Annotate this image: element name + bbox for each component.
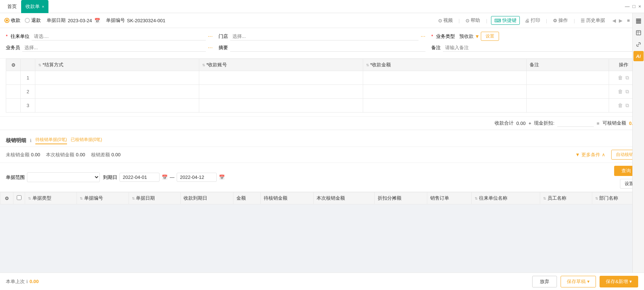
verification-info-icon[interactable]: ℹ: [30, 138, 32, 143]
sort-docdate[interactable]: ⇅: [132, 196, 135, 200]
save-draft-arrow[interactable]: ▾: [587, 279, 590, 284]
nav-receipt[interactable]: 收款单 ×: [21, 0, 48, 13]
row2-amount[interactable]: [363, 85, 527, 99]
sort-employee[interactable]: ⇅: [543, 196, 546, 200]
account-header: *收款账号: [206, 62, 227, 67]
action-help[interactable]: ⊙ 帮助: [463, 16, 482, 24]
calc-total-value: 0.00: [517, 121, 526, 126]
action-history[interactable]: ☰ 历史单据: [578, 16, 607, 24]
done-tab[interactable]: 已核销单据(0笔): [71, 137, 102, 144]
radio-receipt[interactable]: 收款: [4, 17, 20, 24]
summary-label: 摘要: [219, 44, 228, 51]
range-label: 单据范围: [6, 174, 25, 181]
sort-icon3[interactable]: ⇅: [366, 63, 369, 67]
form-section: * 往来单位 ··· 门店 ··· * 业务类型 预收款 ▾ 设置 业务员: [0, 28, 644, 59]
select-all-checkbox[interactable]: [17, 195, 21, 200]
range-select[interactable]: [27, 172, 100, 182]
sidebar-sheet-icon[interactable]: [633, 28, 644, 38]
row2-copy-icon[interactable]: ⧉: [625, 89, 629, 94]
row3-settlement[interactable]: [35, 99, 199, 113]
shop-input[interactable]: [230, 32, 419, 40]
last-record-value: 0.00: [30, 279, 39, 284]
row1-remark[interactable]: [527, 71, 609, 85]
action-video[interactable]: ⊙ 视频: [436, 16, 455, 24]
row2-remark[interactable]: [527, 85, 609, 99]
biz-type-dropdown[interactable]: ▾: [476, 33, 479, 40]
action-print[interactable]: 🖨 打印: [523, 16, 542, 24]
calendar-icon[interactable]: 📅: [94, 18, 100, 23]
shop-more-btn[interactable]: ···: [421, 34, 425, 39]
form-settings-btn[interactable]: 设置: [481, 32, 499, 41]
sidebar-table-icon[interactable]: [633, 16, 644, 26]
bottom-col-counterpart: ⇅ 往来单位名称: [472, 192, 540, 204]
nav-home[interactable]: 首页: [3, 0, 21, 13]
row1-amount[interactable]: [363, 71, 527, 85]
form-row-1: * 往来单位 ··· 门店 ··· * 业务类型 预收款 ▾ 设置: [6, 32, 638, 41]
row1-num: 1: [21, 71, 35, 85]
calendar-from-icon[interactable]: 📅: [162, 175, 168, 180]
gear-icon[interactable]: ⚙: [11, 62, 16, 68]
pending-tab[interactable]: 待核销单据(0笔): [35, 137, 67, 144]
save-draft-btn[interactable]: 保存草稿 ▾: [561, 276, 596, 287]
salesperson-more-btn[interactable]: ···: [208, 45, 213, 51]
row1-delete-icon[interactable]: 🗑: [618, 75, 623, 81]
info-icon2[interactable]: ℹ: [26, 279, 28, 284]
maximize-btn[interactable]: □: [633, 4, 636, 9]
row1-settlement[interactable]: [35, 71, 199, 85]
sort-doctype[interactable]: ⇅: [28, 196, 31, 200]
calc-row: 收款合计 0.00 + 现金折扣: = 可核销金额 0.00: [0, 116, 644, 130]
close-tab-btn[interactable]: ×: [42, 4, 44, 9]
action-operation[interactable]: ⚙ 操作: [551, 16, 570, 24]
sidebar-link-icon[interactable]: [633, 39, 644, 50]
list-view-icon[interactable]: ≡: [627, 18, 630, 23]
row1-account[interactable]: [199, 71, 363, 85]
radio-refund[interactable]: 退款: [25, 17, 41, 24]
bottom-col-gear[interactable]: ⚙: [0, 192, 13, 204]
row3-amount[interactable]: [363, 99, 527, 113]
summary-input[interactable]: [230, 44, 425, 52]
radio-receipt-label: 收款: [11, 17, 20, 24]
due-date-field: 到期日 📅 — 📅: [103, 173, 225, 182]
sort-counterpart[interactable]: ⇅: [475, 196, 478, 200]
date-to-input[interactable]: [177, 173, 217, 182]
save-new-btn[interactable]: 保存&新增 ▾: [600, 276, 638, 287]
bottom-col-collectdate: 收款到期日: [180, 192, 233, 204]
date-from-input[interactable]: [119, 173, 160, 182]
sort-icon2[interactable]: ⇅: [202, 63, 205, 67]
row2-account[interactable]: [199, 85, 363, 99]
calc-discount-input[interactable]: [557, 119, 594, 127]
abandon-btn[interactable]: 放弃: [532, 276, 557, 287]
doc-no-value[interactable]: SK-20230324-001: [127, 18, 166, 23]
row3-remark[interactable]: [527, 99, 609, 113]
window-close-btn[interactable]: ×: [638, 4, 641, 9]
verification-title: 核销明细: [6, 137, 26, 144]
counterpart-more-btn[interactable]: ···: [208, 34, 213, 39]
minimize-btn[interactable]: —: [625, 4, 630, 9]
remark-input[interactable]: [443, 44, 638, 52]
sort-icon[interactable]: ⇅: [38, 63, 41, 67]
nav-next-icon[interactable]: ▶: [619, 18, 623, 23]
row2-delete-icon[interactable]: 🗑: [618, 89, 623, 94]
row2-spacer: [6, 85, 21, 99]
table-icon: [636, 18, 641, 24]
row3-delete-icon[interactable]: 🗑: [618, 102, 623, 108]
more-conditions-btn[interactable]: ▼ 更多条件 ∧: [575, 152, 605, 158]
nav-prev-icon[interactable]: ◀: [612, 18, 616, 23]
row3-copy-icon[interactable]: ⧉: [625, 102, 629, 108]
save-new-arrow[interactable]: ▾: [629, 279, 632, 284]
sort-docno[interactable]: ⇅: [80, 196, 83, 200]
row1-copy-icon[interactable]: ⧉: [625, 75, 629, 81]
sidebar-ai-icon[interactable]: Ai: [633, 51, 644, 61]
sort-dept[interactable]: ⇅: [595, 196, 598, 200]
counterpart-input[interactable]: [32, 32, 206, 40]
row2-settlement[interactable]: [35, 85, 199, 99]
row3-account[interactable]: [199, 99, 363, 113]
bottom-gear-icon[interactable]: ⚙: [5, 196, 9, 201]
table-col-gear[interactable]: ⚙: [6, 59, 21, 71]
salesperson-input[interactable]: [22, 44, 206, 52]
dept-header: 部门名称: [599, 195, 618, 201]
bottom-bar: 本单上次 ℹ 0.00 放弃 保存草稿 ▾ 保存&新增 ▾: [0, 273, 644, 290]
calendar-to-icon[interactable]: 📅: [219, 175, 225, 180]
action-shortcut[interactable]: ⌨ 快捷键: [491, 16, 520, 25]
doc-date-value[interactable]: 2023-03-24: [68, 18, 92, 23]
